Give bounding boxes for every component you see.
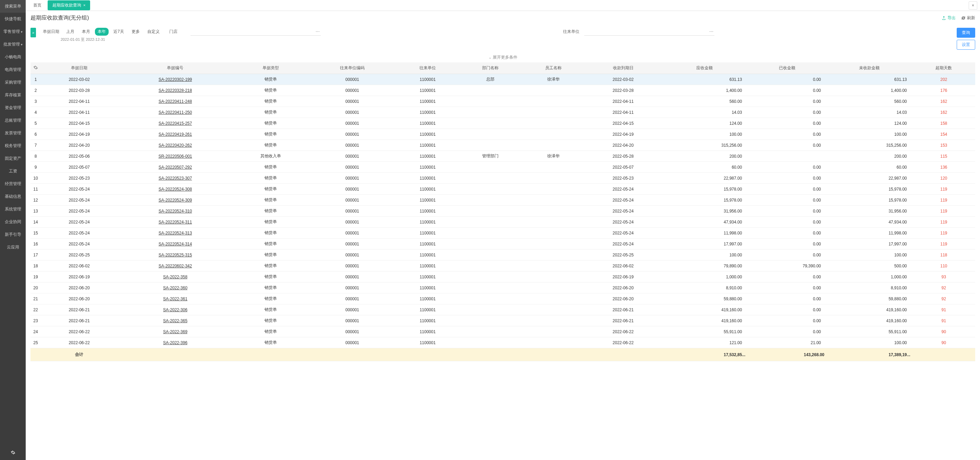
date-option-5[interactable]: 自定义 xyxy=(145,28,162,36)
sidebar-item-3[interactable]: 批发管理▾ xyxy=(0,38,26,51)
document-link[interactable]: SR-20220506-001 xyxy=(158,154,192,159)
partner-picker-icon[interactable]: ⋯ xyxy=(709,29,714,34)
document-link[interactable]: SA-20220524-310 xyxy=(159,209,192,213)
document-link[interactable]: SA-20220524-311 xyxy=(159,220,192,224)
document-link[interactable]: SA-20220524-314 xyxy=(159,242,192,247)
column-header-6[interactable]: 员工名称 xyxy=(522,62,585,74)
document-link[interactable]: SA-20220524-309 xyxy=(159,198,192,202)
date-option-2[interactable]: 本年 xyxy=(95,28,109,36)
column-header-7[interactable]: 收款到期日 xyxy=(585,62,661,74)
cell[interactable]: SA-20220302-199 xyxy=(118,74,233,85)
document-link[interactable]: SA-2022-369 xyxy=(163,329,188,334)
table-row[interactable]: 252022-06-22SA-2022-396销货单00000111000012… xyxy=(30,337,975,348)
tab-1[interactable]: 超期应收款查询× xyxy=(48,0,90,10)
document-link[interactable]: SA-20220524-308 xyxy=(159,187,192,192)
table-row[interactable]: 212022-06-20SA-2022-361销货单00000111000012… xyxy=(30,293,975,304)
table-row[interactable]: 42022-04-11SA-20220411-250销货单00000111000… xyxy=(30,107,975,118)
sidebar-item-2[interactable]: 零售管理▾ xyxy=(0,25,26,38)
tab-close-all-button[interactable]: × xyxy=(969,2,977,10)
cell[interactable]: SA-2022-358 xyxy=(118,272,233,282)
cell[interactable]: SR-20220506-001 xyxy=(118,151,233,162)
table-row[interactable]: 242022-06-22SA-2022-369销货单00000111000012… xyxy=(30,326,975,337)
sidebar-item-4[interactable]: 小畅电商 xyxy=(0,51,26,64)
expand-conditions-button[interactable]: ⌄展开更多条件 xyxy=(26,53,980,62)
column-header-0[interactable]: 单据日期 xyxy=(41,62,118,74)
sidebar-item-19[interactable]: 云应用 xyxy=(0,241,26,254)
cell[interactable]: SA-20220524-309 xyxy=(118,195,233,206)
table-row[interactable]: 182022-06-02SA-20220602-342销货单0000011100… xyxy=(30,261,975,272)
sidebar-item-7[interactable]: 库存核算 xyxy=(0,89,26,102)
cell[interactable]: SA-2022-365 xyxy=(118,315,233,326)
date-option-0[interactable]: 上月 xyxy=(64,28,77,36)
table-row[interactable]: 172022-05-25SA-20220525-315销货单0000011100… xyxy=(30,250,975,261)
cell[interactable]: SA-20220524-313 xyxy=(118,228,233,239)
document-link[interactable]: SA-20220328-218 xyxy=(159,88,192,93)
cell[interactable]: SA-20220411-250 xyxy=(118,107,233,118)
cell[interactable]: SA-20220328-218 xyxy=(118,85,233,96)
table-row[interactable]: 62022-04-19SA-20220419-261销货单00000111000… xyxy=(30,129,975,140)
tab-0[interactable]: 首页 xyxy=(29,0,46,10)
document-link[interactable]: SA-20220524-313 xyxy=(159,231,192,236)
cell[interactable]: SA-20220415-257 xyxy=(118,118,233,129)
cell[interactable]: SA-20220524-310 xyxy=(118,206,233,216)
document-link[interactable]: SA-2022-360 xyxy=(163,285,188,290)
sidebar-item-13[interactable]: 工资 xyxy=(0,165,26,178)
search-button[interactable]: 查询 xyxy=(957,28,975,38)
table-row[interactable]: 152022-05-24SA-20220524-313销货单0000011100… xyxy=(30,228,975,239)
sidebar-item-6[interactable]: 采购管理 xyxy=(0,76,26,89)
cell[interactable]: SA-2022-360 xyxy=(118,282,233,293)
cell[interactable]: SA-20220524-314 xyxy=(118,239,233,250)
column-header-9[interactable]: 已收金额 xyxy=(747,62,826,74)
cell[interactable]: SA-2022-369 xyxy=(118,326,233,337)
column-header-3[interactable]: 往来单位编码 xyxy=(309,62,396,74)
table-row[interactable]: 22022-03-28SA-20220328-218销货单00000111000… xyxy=(30,85,975,96)
table-row[interactable]: 112022-05-24SA-20220524-308销货单0000011100… xyxy=(30,184,975,195)
cell[interactable]: SA-2022-306 xyxy=(118,304,233,315)
document-link[interactable]: SA-20220525-315 xyxy=(159,253,192,258)
partner-input[interactable]: ⋯ xyxy=(584,28,714,36)
column-header-2[interactable]: 单据类型 xyxy=(233,62,309,74)
table-row[interactable]: 142022-05-24SA-20220524-311销货单0000011100… xyxy=(30,216,975,228)
table-row[interactable]: 12022-03-02SA-20220302-199销货单00000111000… xyxy=(30,74,975,85)
store-picker-icon[interactable]: ⋯ xyxy=(316,29,320,34)
table-row[interactable]: 202022-06-20SA-2022-360销货单00000111000012… xyxy=(30,282,975,293)
document-link[interactable]: SA-20220411-248 xyxy=(159,99,192,104)
sidebar-item-5[interactable]: 电商管理 xyxy=(0,64,26,76)
cell[interactable]: SA-20220420-262 xyxy=(118,140,233,151)
column-header-8[interactable]: 应收金额 xyxy=(662,62,748,74)
cell[interactable]: SA-2022-396 xyxy=(118,337,233,348)
refresh-button[interactable]: 刷新 xyxy=(961,15,975,21)
table-row[interactable]: 82022-05-06SR-20220506-001其他收入单000001110… xyxy=(30,151,975,162)
table-row[interactable]: 232022-06-21SA-2022-365销货单00000111000012… xyxy=(30,315,975,326)
table-row[interactable]: 192022-06-19SA-2022-358销货单00000111000012… xyxy=(30,272,975,282)
table-row[interactable]: 162022-05-24SA-20220524-314销货单0000011100… xyxy=(30,239,975,250)
date-option-1[interactable]: 本月 xyxy=(79,28,93,36)
cell[interactable]: SA-20220411-248 xyxy=(118,96,233,107)
sidebar-item-1[interactable]: 快捷导航 xyxy=(0,13,26,25)
sidebar-item-0[interactable]: 搜索菜单 xyxy=(0,0,26,13)
sidebar-item-10[interactable]: 发票管理 xyxy=(0,127,26,140)
table-row[interactable]: 72022-04-20SA-20220420-262销货单00000111000… xyxy=(30,140,975,151)
sidebar-item-18[interactable]: 新手引导 xyxy=(0,228,26,241)
table-row[interactable]: 52022-04-15SA-20220415-257销货单00000111000… xyxy=(30,118,975,129)
cell[interactable]: SA-20220524-308 xyxy=(118,184,233,195)
sidebar-item-8[interactable]: 资金管理 xyxy=(0,102,26,114)
sidebar-item-9[interactable]: 总账管理 xyxy=(0,114,26,127)
table-row[interactable]: 132022-05-24SA-20220524-310销货单0000011100… xyxy=(30,206,975,216)
document-link[interactable]: SA-2022-396 xyxy=(163,341,188,345)
table-row[interactable]: 222022-06-21SA-2022-306销货单00000111000012… xyxy=(30,304,975,315)
document-link[interactable]: SA-20220420-262 xyxy=(159,143,192,148)
document-link[interactable]: SA-20220411-250 xyxy=(159,110,192,115)
store-input[interactable]: ⋯ xyxy=(191,28,321,36)
table-row[interactable]: 122022-05-24SA-20220524-309销货单0000011100… xyxy=(30,195,975,206)
document-link[interactable]: SA-20220302-199 xyxy=(159,77,192,82)
table-row[interactable]: 92022-05-07SA-20220507-292销货单00000111000… xyxy=(30,162,975,173)
document-link[interactable]: SA-20220523-307 xyxy=(159,176,192,181)
sidebar-item-16[interactable]: 系统管理 xyxy=(0,203,26,216)
document-link[interactable]: SA-2022-358 xyxy=(163,275,188,279)
date-option-4[interactable]: 更多 xyxy=(129,28,143,36)
sidebar-item-17[interactable]: 企业协同 xyxy=(0,216,26,228)
cell[interactable]: SA-20220419-261 xyxy=(118,129,233,140)
cell[interactable]: SA-20220507-292 xyxy=(118,162,233,173)
date-option-3[interactable]: 近7天 xyxy=(111,28,127,36)
